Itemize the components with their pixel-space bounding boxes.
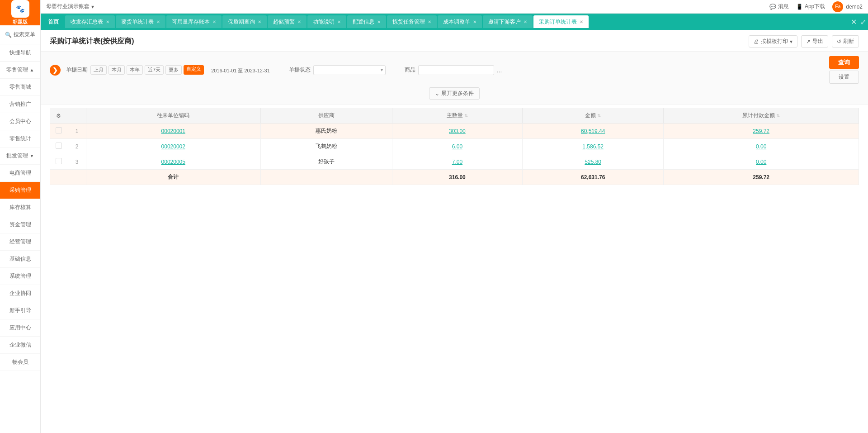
date-range-display: 2016-01-01 至 2023-12-31 [211, 67, 270, 74]
export-button[interactable]: ↗ 导出 [801, 35, 828, 48]
expand-more-button[interactable]: ⌄ 展开更多条件 [429, 87, 480, 100]
sidebar-item-ecommerce-mgmt[interactable]: 电商管理 [0, 165, 40, 182]
tab-pick-task[interactable]: 拣货任务管理 ✕ [387, 15, 437, 28]
tab-label: 采购订单统计表 [539, 18, 577, 26]
date-btn-more[interactable]: 更多 [165, 65, 182, 75]
unit-code-link[interactable]: 00020005 [161, 159, 185, 165]
print-icon: 🖨 [754, 38, 759, 45]
tab-label: 配置信息 [353, 18, 374, 26]
amount-link[interactable]: 1,586.52 [582, 143, 604, 150]
sidebar-item-wholesale-mgmt[interactable]: 批发管理 ▼ [0, 148, 40, 165]
sidebar-item-retail-mgmt[interactable]: 零售管理 ▲ [0, 62, 40, 79]
close-icon[interactable]: ✕ [337, 19, 341, 24]
close-icon[interactable]: ✕ [156, 19, 160, 24]
restore-tabs-button[interactable]: ⤢ [860, 18, 866, 26]
quick-nav-button[interactable]: 快捷导航 [3, 47, 38, 58]
sidebar-item-enterprise-wx[interactable]: 企业微信 [0, 337, 40, 354]
cell-paid-amount: 0.00 [664, 154, 859, 170]
paid-amount-link[interactable]: 259.72 [753, 128, 769, 134]
refresh-button[interactable]: ↺ 刷新 [832, 35, 859, 48]
close-icon[interactable]: ✕ [212, 19, 216, 24]
footer-amount: 62,631.76 [523, 170, 664, 185]
cell-supplier: 飞鹤奶粉 [260, 139, 392, 154]
sidebar: 🐾 标题版 🔍 搜索菜单 快捷导航 零售管理 ▲ 零售商城 营销推广 会员中心 … [0, 0, 41, 433]
table-body: 1 00020001 惠氏奶粉 303.00 60,519.44 [50, 124, 859, 170]
paid-amount-link[interactable]: 0.00 [756, 159, 766, 165]
close-icon[interactable]: ✕ [524, 19, 527, 24]
unit-code-link[interactable]: 00020001 [161, 128, 185, 134]
qty-link[interactable]: 303.00 [449, 128, 466, 134]
sidebar-item-label: 营销推广 [9, 100, 31, 108]
sidebar-item-member-center[interactable]: 会员中心 [0, 113, 40, 130]
query-button[interactable]: 查询 [829, 56, 859, 69]
sidebar-menu: 零售管理 ▲ 零售商城 营销推广 会员中心 零售统计 批发管理 ▼ 电商管理 采… [0, 62, 40, 433]
settings-button[interactable]: 设置 [829, 71, 859, 84]
sidebar-item-inventory-check[interactable]: 库存核算 [0, 199, 40, 216]
sidebar-item-sys-mgmt[interactable]: 系统管理 [0, 268, 40, 285]
more-options-icon[interactable]: ... [497, 67, 502, 74]
close-icon[interactable]: ✕ [258, 19, 261, 24]
date-btn-last-month[interactable]: 上月 [90, 65, 107, 75]
close-all-tabs-button[interactable]: ✕ [851, 18, 857, 26]
sidebar-item-basic-info[interactable]: 基础信息 [0, 251, 40, 268]
user-menu[interactable]: Ea demo2 [832, 1, 863, 12]
sidebar-item-membership[interactable]: 畅会员 [0, 354, 40, 371]
message-button[interactable]: 💬 消息 [769, 3, 789, 10]
amount-link[interactable]: 525.80 [585, 159, 601, 165]
checkbox[interactable] [56, 127, 62, 133]
tab-available-inventory[interactable]: 可用量库存账本 ✕ [166, 15, 222, 28]
tabs-actions: ✕ ⤢ [851, 18, 866, 26]
tab-overstock-warning[interactable]: 超储预警 ✕ [268, 15, 307, 28]
date-btn-this-year[interactable]: 本年 [127, 65, 143, 75]
sidebar-item-finance-mgmt[interactable]: 资金管理 [0, 216, 40, 233]
sidebar-item-ops-mgmt[interactable]: 经营管理 [0, 233, 40, 251]
date-btn-this-month[interactable]: 本月 [108, 65, 125, 75]
sidebar-item-marketing[interactable]: 营销推广 [0, 96, 40, 113]
close-icon[interactable]: ✕ [580, 19, 583, 24]
tab-purchase-order-stats[interactable]: 采购订单统计表 ✕ [533, 15, 589, 28]
unit-code-link[interactable]: 00020002 [161, 143, 185, 150]
search-menu-button[interactable]: 🔍 搜索菜单 [3, 29, 38, 40]
sidebar-item-app-center[interactable]: 应用中心 [0, 319, 40, 337]
filter-expand-row: ⌄ 展开更多条件 [50, 87, 859, 100]
paid-amount-link[interactable]: 0.00 [756, 143, 766, 150]
tab-config-info[interactable]: 配置信息 ✕ [347, 15, 386, 28]
tab-home[interactable]: 首页 [42, 15, 64, 28]
cell-check [50, 139, 68, 154]
sidebar-item-purchase-mgmt[interactable]: 采购管理 [0, 182, 40, 199]
th-settings[interactable]: ⚙ [50, 108, 68, 124]
sidebar-item-new-guide[interactable]: 新手引导 [0, 302, 40, 319]
template-print-button[interactable]: 🖨 按模板打印 ▾ [749, 35, 797, 48]
tab-invite-downstream[interactable]: 邀请下游客户 ✕ [483, 15, 533, 28]
goods-input[interactable] [418, 65, 494, 75]
sidebar-item-enterprise-collab[interactable]: 企业协同 [0, 285, 40, 302]
th-amount: 金额 ⇅ [523, 108, 664, 124]
th-qty: 主数量 ⇅ [392, 108, 522, 124]
app-download-button[interactable]: 📱 App下载 [796, 3, 825, 10]
tab-function-desc[interactable]: 功能说明 ✕ [307, 15, 346, 28]
sidebar-item-retail-store[interactable]: 零售商城 [0, 79, 40, 96]
qty-link[interactable]: 6.00 [452, 143, 462, 150]
qty-link[interactable]: 7.00 [452, 159, 462, 165]
user-name: demo2 [846, 4, 863, 10]
amount-link[interactable]: 60,519.44 [581, 128, 605, 134]
footer-empty-num [68, 170, 86, 185]
tab-goods-stats[interactable]: 要货单统计表 ✕ [116, 15, 165, 28]
close-icon[interactable]: ✕ [473, 19, 476, 24]
checkbox[interactable] [56, 143, 62, 149]
close-icon[interactable]: ✕ [106, 19, 109, 24]
checkbox[interactable] [56, 158, 62, 164]
filter-toggle-button[interactable]: ❯ [50, 65, 61, 76]
company-selector[interactable]: 母婴行业演示账套 ▾ [46, 3, 94, 10]
main-area: 母婴行业演示账套 ▾ 💬 消息 📱 App下载 Ea demo2 首页 [41, 0, 868, 433]
th-supplier: 供应商 [260, 108, 392, 124]
sidebar-item-retail-stats[interactable]: 零售统计 [0, 130, 40, 148]
close-icon[interactable]: ✕ [428, 19, 431, 24]
status-select[interactable] [313, 65, 386, 75]
date-btn-7days[interactable]: 近7天 [145, 65, 164, 75]
tab-cost-adjust[interactable]: 成本调整单 ✕ [438, 15, 482, 28]
close-icon[interactable]: ✕ [297, 19, 301, 24]
close-icon[interactable]: ✕ [377, 19, 381, 24]
tab-receive-send[interactable]: 收发存汇总表 ✕ [65, 15, 115, 28]
tab-expiry-query[interactable]: 保质期查询 ✕ [222, 15, 267, 28]
